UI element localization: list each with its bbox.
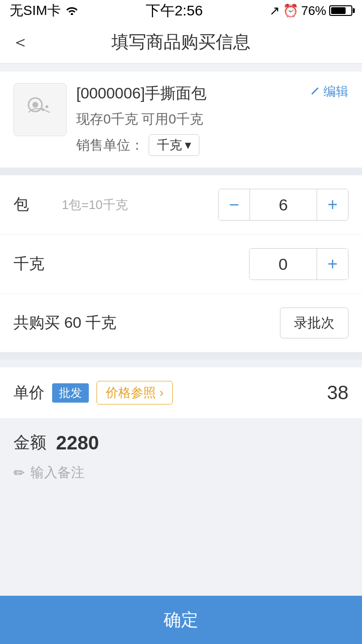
nav-bar: ＜ 填写商品购买信息 [0,21,362,64]
section-divider-1 [0,168,362,175]
bao-value-input[interactable] [250,189,317,220]
product-card: [0000006]手撕面包 现存0千克 可用0千克 销售单位： 千克 ▾ 编辑 [0,71,362,168]
page-title: 填写商品购买信息 [111,30,251,54]
svg-point-3 [45,105,48,108]
price-section: 单价 批发 价格参照 › 38 [0,367,362,418]
alarm-icon: ⏰ [283,3,298,18]
pencil-icon: ✏ [14,465,25,481]
total-label: 共购买 60 千克 [14,312,116,334]
confirm-bar[interactable]: 确定 [0,596,362,644]
kg-controls: + [249,248,348,280]
price-tag: 批发 [52,383,89,403]
status-right: ↗ ⏰ 76% [269,3,352,18]
amount-label: 金额 [14,432,46,454]
battery-icon [329,5,352,16]
product-thumbnail [14,83,67,136]
product-stock: 现存0千克 可用0千克 [76,110,348,128]
wifi-icon [65,3,79,18]
amount-section: 金额 2280 ✏ 输入备注 [0,418,362,495]
product-info: [0000006]手撕面包 现存0千克 可用0千克 销售单位： 千克 ▾ [76,83,348,156]
kg-value-input[interactable] [250,249,317,280]
svg-point-1 [32,102,38,108]
note-placeholder: 输入备注 [30,463,84,482]
bao-minus-button[interactable]: − [219,189,250,220]
status-time: 下午2:56 [146,1,203,21]
carrier-label: 无SIM卡 [10,1,61,20]
bao-sublabel: 1包=10千克 [62,196,128,213]
product-unit-row: 销售单位： 千克 ▾ [76,134,348,156]
unit-label: 销售单位： [76,136,144,154]
amount-row: 金额 2280 [14,432,348,454]
batch-button[interactable]: 录批次 [280,308,348,338]
price-label: 单价 [14,382,44,404]
battery-percent: 76% [301,3,326,18]
section-divider-2 [0,352,362,360]
bao-input-row: 包 1包=10千克 − + [0,175,362,235]
status-bar: 无SIM卡 下午2:56 ↗ ⏰ 76% [0,0,362,21]
confirm-button[interactable]: 确定 [164,608,198,632]
location-icon: ↗ [269,3,280,18]
price-ref-button[interactable]: 价格参照 › [97,381,173,405]
total-row: 共购买 60 千克 录批次 [0,294,362,352]
bao-controls: − + [218,189,348,221]
bao-plus-button[interactable]: + [317,189,348,220]
product-name: [0000006]手撕面包 [76,83,348,104]
amount-value: 2280 [56,432,99,454]
input-section: 包 1包=10千克 − + 千克 + 共购买 60 千克 录批次 [0,175,362,352]
kg-input-row: 千克 + [0,235,362,294]
kg-plus-button[interactable]: + [317,249,348,280]
product-image-placeholder [26,95,55,125]
status-left: 无SIM卡 [10,1,79,20]
edit-button[interactable]: 编辑 [311,83,348,100]
price-value: 38 [327,382,349,404]
note-row[interactable]: ✏ 输入备注 [14,463,348,482]
kg-label: 千克 [14,253,52,275]
unit-select[interactable]: 千克 ▾ [149,134,199,156]
bao-label: 包 [14,194,52,215]
back-button[interactable]: ＜ [12,30,29,54]
